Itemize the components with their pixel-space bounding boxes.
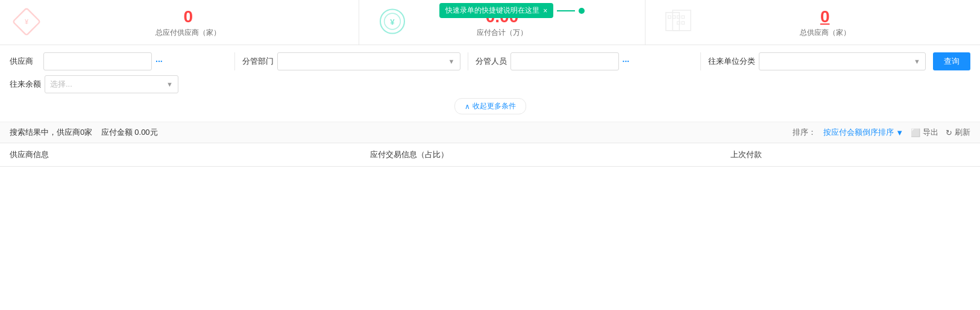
tooltip-container: 快速录单的快捷键说明在这里 × <box>439 3 585 18</box>
unit-category-select-wrapper: ▼ <box>759 52 926 70</box>
supplier-field: 供应商 ··· <box>10 52 227 70</box>
collapse-button[interactable]: ∧ 收起更多条件 <box>454 98 526 114</box>
balance-placeholder: 选择... <box>50 79 72 90</box>
col-header-lastpay: 上次付款 <box>730 149 971 160</box>
table-header: 供应商信息 应付交易信息（占比） 上次付款 <box>0 143 980 167</box>
stat-total-suppliers: 0 总供应商（家） <box>645 0 980 45</box>
unit-category-chevron: ▼ <box>914 58 920 65</box>
stat-total-payable-suppliers: ¥ 0 总应付供应商（家） <box>0 0 359 45</box>
supplier-dots[interactable]: ··· <box>155 57 163 66</box>
sort-chevron: ▼ <box>896 128 903 137</box>
search-button[interactable]: 查询 <box>933 52 970 70</box>
unit-category-field: 往来单位分类 ▼ <box>708 52 926 70</box>
tooltip-text: 快速录单的快捷键说明在这里 <box>445 5 539 16</box>
supplier-label: 供应商 <box>10 56 40 67</box>
person-label: 分管人员 <box>476 56 507 67</box>
balance-chevron: ▼ <box>166 81 173 88</box>
payable-total-label: 应付合计（万） <box>477 28 527 38</box>
collapse-label: 收起更多条件 <box>473 101 516 111</box>
separator-2 <box>468 52 468 70</box>
tooltip-dot <box>579 8 585 14</box>
sort-label: 排序： <box>793 127 816 138</box>
total-payable-suppliers-number: 0 <box>184 7 193 27</box>
filter-row-1: 供应商 ··· 分管部门 ▼ 分管人员 ··· 往来单位分类 <box>10 52 970 70</box>
separator-3 <box>700 52 701 70</box>
balance-label: 往来余额 <box>10 79 41 90</box>
stat-payable-total: ¥ 0.00 应付合计（万） 快速录单的快捷键说明在这里 × <box>359 0 646 45</box>
dept-select-wrapper: ▼ <box>277 52 460 70</box>
person-field: 分管人员 ··· <box>476 52 693 70</box>
unit-category-label: 往来单位分类 <box>708 56 755 67</box>
chevron-up-icon: ∧ <box>465 102 470 111</box>
balance-field: 往来余额 选择... ▼ <box>10 75 178 93</box>
svg-text:¥: ¥ <box>390 17 395 26</box>
building-icon <box>664 5 700 34</box>
results-bar: 搜索结果中，供应商0家 应付金额 0.00元 排序： 按应付会额倒序排序 ▼ ⬜… <box>0 122 980 143</box>
export-icon: ⬜ <box>911 128 920 137</box>
svg-rect-7 <box>668 16 671 19</box>
results-actions: 排序： 按应付会额倒序排序 ▼ ⬜ 导出 ↻ 刷新 <box>793 127 970 138</box>
total-suppliers-number: 0 <box>820 7 830 27</box>
tooltip-line <box>557 10 575 11</box>
person-input[interactable] <box>510 52 619 70</box>
unit-category-select[interactable]: ▼ <box>759 52 926 70</box>
svg-text:¥: ¥ <box>25 18 29 25</box>
coin-icon: ¥ <box>377 7 407 37</box>
col-header-supplier: 供应商信息 <box>10 149 370 160</box>
results-amount: 应付金额 0.00元 <box>101 128 158 137</box>
filter-bar: 供应商 ··· 分管部门 ▼ 分管人员 ··· 往来单位分类 <box>0 45 980 122</box>
sort-value: 按应付会额倒序排序 <box>823 127 894 138</box>
results-text: 搜索结果中，供应商0家 <box>10 128 92 137</box>
coin-icon-container: ¥ <box>377 7 407 39</box>
balance-select[interactable]: 选择... ▼ <box>45 75 178 93</box>
export-button[interactable]: ⬜ 导出 <box>911 127 938 138</box>
collapse-row: ∧ 收起更多条件 <box>10 98 970 114</box>
supplier-input[interactable] <box>43 52 152 70</box>
total-suppliers-label: 总供应商（家） <box>800 28 850 38</box>
total-payable-suppliers-label: 总应付供应商（家） <box>155 28 221 38</box>
dept-field: 分管部门 ▼ <box>242 52 460 70</box>
tooltip-bubble: 快速录单的快捷键说明在这里 × <box>439 3 553 18</box>
dept-label: 分管部门 <box>242 56 274 67</box>
dept-select[interactable]: ▼ <box>277 52 460 70</box>
diamond-icon: ¥ <box>12 7 41 36</box>
results-summary: 搜索结果中，供应商0家 应付金额 0.00元 <box>10 127 158 138</box>
dept-chevron: ▼ <box>448 58 455 65</box>
col-header-transaction: 应付交易信息（占比） <box>370 149 730 160</box>
person-dots[interactable]: ··· <box>623 57 630 66</box>
balance-select-wrapper: 选择... ▼ <box>45 75 178 93</box>
stats-bar: ¥ 0 总应付供应商（家） ¥ 0.00 应付合计（万） 快速录单的快捷键说明在… <box>0 0 980 45</box>
svg-rect-6 <box>673 10 691 31</box>
refresh-button[interactable]: ↻ 刷新 <box>946 127 970 138</box>
table-body <box>0 167 980 310</box>
sort-select[interactable]: 按应付会额倒序排序 ▼ <box>823 127 903 138</box>
svg-rect-12 <box>682 22 685 25</box>
export-label: 导出 <box>923 127 938 138</box>
svg-rect-10 <box>682 16 685 19</box>
refresh-icon: ↻ <box>946 128 952 137</box>
filter-row-2: 往来余额 选择... ▼ <box>10 75 970 93</box>
tooltip-close[interactable]: × <box>543 7 547 15</box>
refresh-label: 刷新 <box>955 127 970 138</box>
separator-1 <box>234 52 235 70</box>
